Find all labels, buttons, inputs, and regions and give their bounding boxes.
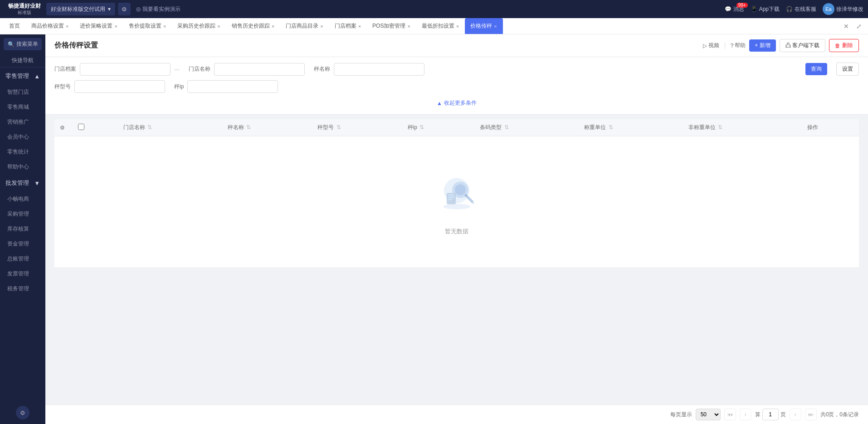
sidebar-item-purchase[interactable]: 采购管理	[0, 207, 45, 222]
sidebar-item-retail-stats[interactable]: 零售统计	[0, 145, 45, 159]
sidebar-item-tax[interactable]: 税务管理	[0, 281, 45, 296]
th-barcode-type: 条码类型 ⇅	[474, 119, 579, 136]
pagination-bar: 每页显示 10 20 50 100 ⏮ ‹ 算 页 › ⏭ 共0页，0条记录	[45, 405, 868, 424]
sidebar-item-finance[interactable]: 资金管理	[0, 236, 45, 251]
app-download-btn[interactable]: 📱 App下载	[751, 5, 780, 13]
tab-price-settings[interactable]: 商品价格设置 ×	[26, 18, 74, 34]
sidebar-item-inventory[interactable]: 库存核算	[0, 222, 45, 236]
tab-price-scale[interactable]: 价格传秤 ×	[465, 18, 502, 34]
empty-illustration	[434, 168, 479, 222]
close-tab-btn[interactable]: ✕	[841, 21, 852, 32]
demo-button[interactable]: ◎ 我要看实例演示	[136, 5, 180, 13]
column-gear-icon[interactable]: ⚙	[60, 125, 65, 131]
svg-line-5	[467, 197, 473, 203]
last-page-btn[interactable]: ⏭	[805, 409, 817, 420]
delete-label: 删除	[842, 42, 853, 49]
filter-area: 门店档案 ··· 门店名称 秤名称 查询	[45, 57, 868, 115]
page-size-select[interactable]: 10 20 50 100	[696, 409, 721, 420]
tab-min-discount[interactable]: 最低折扣设置 ×	[416, 18, 465, 34]
close-icon[interactable]: ×	[114, 24, 117, 29]
version-selector[interactable]: 好业财标准版交付试用 ▾	[46, 3, 115, 15]
quick-nav-label: 快捷导航	[12, 57, 34, 63]
sidebar-settings-btn[interactable]: ⚙	[16, 406, 29, 419]
select-all-checkbox[interactable]	[78, 124, 84, 130]
store-file-input[interactable]	[80, 63, 171, 76]
th-operation: 操作	[802, 119, 859, 136]
close-icon[interactable]: ×	[456, 24, 459, 29]
tab-pos-encrypt[interactable]: POS加密管理 ×	[367, 18, 416, 34]
sidebar-item-help[interactable]: 帮助中心	[0, 159, 45, 174]
close-icon[interactable]: ×	[407, 24, 410, 29]
sidebar-item-invoice[interactable]: 发票管理	[0, 266, 45, 281]
query-btn[interactable]: 查询	[805, 63, 827, 75]
close-icon[interactable]: ×	[66, 24, 68, 29]
sidebar-item-member[interactable]: 会员中心	[0, 130, 45, 145]
header-row: ⚙ 门店名称 ⇅ 秤名称 ⇅	[54, 119, 859, 136]
next-page-btn[interactable]: ›	[790, 409, 801, 420]
sidebar-item-inventory-label: 库存核算	[7, 226, 29, 232]
tab-purchase-history[interactable]: 采购历史价跟踪 ×	[172, 18, 226, 34]
sort-icon: ⇅	[718, 124, 722, 130]
tab-sale-history[interactable]: 销售历史价跟踪 ×	[226, 18, 280, 34]
add-btn[interactable]: + 新增	[749, 39, 775, 52]
quick-nav-btn[interactable]: 快捷导航	[0, 54, 45, 67]
sidebar-item-ecommerce[interactable]: 小畅电商	[0, 192, 45, 207]
help-link[interactable]: ? 帮助	[731, 42, 746, 49]
delete-btn[interactable]: 🗑 删除	[829, 39, 859, 52]
more-options-btn[interactable]: ···	[174, 66, 180, 73]
tab-store-profile[interactable]: 门店档案 ×	[329, 18, 367, 34]
search-menu-btn[interactable]: 🔍 搜索菜单	[4, 38, 42, 50]
tab-sale-extract[interactable]: 售价提取设置 ×	[123, 18, 172, 34]
sidebar-item-retail-mall[interactable]: 零售商城	[0, 100, 45, 115]
set-btn[interactable]: 设置	[836, 63, 859, 76]
close-icon[interactable]: ×	[272, 24, 274, 29]
download-btn[interactable]: 凸 客户端下载	[780, 39, 825, 52]
close-icon[interactable]: ×	[163, 24, 166, 29]
sidebar-item-ledger[interactable]: 总账管理	[0, 251, 45, 266]
close-icon[interactable]: ×	[358, 24, 361, 29]
sidebar-item-invoice-label: 发票管理	[7, 270, 29, 277]
maximize-btn[interactable]: ⤢	[853, 21, 864, 32]
close-icon[interactable]: ×	[217, 24, 220, 29]
svg-rect-8	[448, 197, 454, 198]
help-icon: ?	[731, 43, 734, 49]
tab-home[interactable]: 首页	[4, 18, 26, 34]
chevron-up-icon: ▲	[437, 100, 442, 106]
gear-icon: ⚙	[20, 410, 25, 416]
circle-icon: ◎	[136, 6, 141, 12]
empty-row: 暂无数据	[54, 136, 859, 268]
message-btn[interactable]: 💬 消息 99+	[725, 5, 744, 13]
sidebar-item-retail[interactable]: 零售管理 ▲	[0, 67, 45, 85]
tab-purchase-strategy[interactable]: 进价策略设置 ×	[74, 18, 123, 34]
tab-purchase-history-label: 采购历史价跟踪	[177, 22, 215, 30]
sidebar-item-smart-store[interactable]: 智慧门店	[0, 85, 45, 100]
settings-btn[interactable]: ⚙	[118, 3, 131, 15]
filter-scale-name: 秤名称	[314, 63, 424, 76]
page-info: 算 页	[755, 409, 786, 420]
sidebar-item-wholesale[interactable]: 批发管理 ▼	[0, 174, 45, 192]
divider	[725, 43, 725, 49]
tab-store-catalog[interactable]: 门店商品目录 ×	[280, 18, 329, 34]
th-scale-model: 秤型号 ⇅	[312, 119, 402, 136]
scale-name-input[interactable]	[334, 63, 424, 76]
set-label: 设置	[842, 65, 853, 73]
tab-store-profile-label: 门店档案	[335, 22, 356, 30]
close-icon[interactable]: ×	[494, 24, 497, 29]
close-icon[interactable]: ×	[320, 24, 323, 29]
scale-ip-input[interactable]	[187, 80, 278, 93]
store-name-input[interactable]	[214, 63, 305, 76]
video-link[interactable]: ▷ 视频	[703, 42, 719, 49]
first-page-btn[interactable]: ⏮	[724, 409, 736, 420]
empty-text: 暂无数据	[445, 227, 468, 236]
online-service-btn[interactable]: 🎧 在线客服	[786, 5, 816, 13]
th-gear: ⚙	[54, 119, 73, 136]
sidebar-item-marketing[interactable]: 营销推广	[0, 115, 45, 130]
scale-model-input[interactable]	[74, 80, 165, 93]
collapse-filter-btn[interactable]: ▲ 收起更多条件	[54, 97, 859, 109]
sort-icon: ⇅	[609, 124, 613, 130]
page-title: 价格传秤设置	[54, 41, 98, 50]
sidebar-bottom: ⚙	[0, 401, 45, 424]
user-menu[interactable]: Ea 徐泽华修改	[823, 3, 863, 15]
page-input[interactable]	[762, 409, 779, 420]
prev-page-btn[interactable]: ‹	[740, 409, 751, 420]
